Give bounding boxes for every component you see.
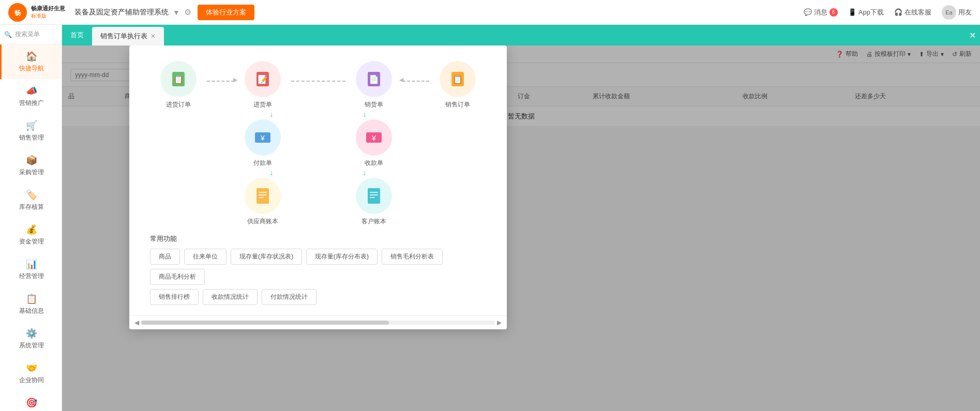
scroll-left-icon[interactable]: ◀ — [134, 319, 139, 326]
settings-icon[interactable]: ⚙ — [184, 7, 191, 17]
func-btn-contacts[interactable]: 往来单位 — [184, 249, 227, 265]
svg-text:📋: 📋 — [173, 74, 184, 84]
v-arrow-receipt: ↓ — [336, 168, 393, 178]
message-icon: 💬 — [804, 8, 812, 16]
operation-icon: 📊 — [26, 258, 37, 270]
tab-sales-exec[interactable]: 销售订单执行表 ✕ — [92, 27, 164, 45]
func-btn-stock-status[interactable]: 现存量(库存状况表) — [231, 249, 302, 265]
node-customer-ledger[interactable]: 客户账本 — [345, 178, 402, 226]
sidebar-item-newbie[interactable]: 🎯 新手引导 — [0, 391, 62, 411]
message-badge: 6 — [830, 8, 838, 17]
sidebar-item-finance[interactable]: 💰 资金管理 — [0, 218, 62, 252]
system-icon: ⚙️ — [26, 328, 37, 339]
spacer-middle — [291, 81, 345, 82]
node-payment[interactable]: ¥ 付款单 — [234, 119, 291, 168]
headset-icon: 🎧 — [894, 8, 902, 16]
svg-text:畅: 畅 — [14, 9, 21, 17]
svg-text:¥: ¥ — [260, 134, 265, 142]
service-label: 在线客服 — [904, 8, 931, 17]
modal-content: 📋 进货订单 📝 — [129, 45, 507, 315]
system-title-text: 装备及固定资产辅助管理系统 — [74, 8, 169, 17]
scroll-right-icon[interactable]: ▶ — [497, 319, 502, 326]
sidebar-item-purchase[interactable]: 📦 采购管理 — [0, 148, 62, 183]
top-header: 畅 畅康通好生意 标准版 装备及固定资产辅助管理系统 ▼ ⚙ 体验行业方案 💬 … — [0, 0, 980, 25]
dropdown-icon[interactable]: ▼ — [173, 8, 180, 17]
node-supplier-ledger[interactable]: 供应商账本 — [234, 178, 291, 226]
message-label: 消息 — [814, 8, 827, 17]
func-btn-payment-stats[interactable]: 付款情况统计 — [262, 289, 316, 305]
common-functions-title: 常用功能 — [150, 234, 486, 243]
svg-text:📋: 📋 — [453, 74, 463, 84]
sales-icon: 🛒 — [26, 120, 37, 131]
func-btn-product-profit[interactable]: 商品毛利分析 — [150, 269, 205, 285]
app-download-item[interactable]: 📱 App下载 — [848, 8, 884, 17]
page-content: ❓ 帮助 🖨 按模板打印 ▾ ⬆ 导出 ▾ ↺ 刷新 — [62, 45, 980, 411]
func-btn-sales-rank[interactable]: 销售排行榜 — [150, 289, 199, 305]
sidebar-item-label: 基础信息 — [19, 307, 44, 315]
message-item[interactable]: 💬 消息 6 — [804, 8, 838, 17]
scrollbar-track[interactable] — [141, 321, 495, 325]
func-grid-2: 销售排行榜 收款情况统计 付款情况统计 — [150, 289, 486, 305]
tab-close-icon[interactable]: ✕ — [150, 33, 156, 40]
svg-rect-20 — [370, 194, 378, 195]
marketing-icon: 📣 — [26, 85, 37, 97]
sales-bill-circle: 📄 — [356, 61, 392, 97]
sidebar-item-marketing[interactable]: 📣 营销推广 — [0, 79, 62, 114]
sidebar-item-system[interactable]: ⚙️ 系统管理 — [0, 322, 62, 356]
sidebar-item-operation[interactable]: 📊 经营管理 — [0, 252, 62, 287]
tab-bar-close-icon[interactable]: ✕ — [969, 31, 976, 40]
payment-label: 付款单 — [253, 159, 272, 168]
sidebar-item-label: 营销推广 — [19, 99, 44, 108]
flow-row-3: 供应商账本 — [150, 178, 486, 226]
supplier-ledger-circle — [245, 178, 281, 214]
func-btn-receipt-stats[interactable]: 收款情况统计 — [203, 289, 258, 305]
sidebar-item-quick-nav[interactable]: 🏠 快捷导航 — [0, 44, 62, 79]
sales-bill-label: 销货单 — [365, 100, 383, 109]
enterprise-icon: 🤝 — [26, 362, 37, 374]
basic-icon: 📋 — [26, 293, 37, 305]
svg-text:📄: 📄 — [369, 74, 379, 84]
modal-overlay: 📋 进货订单 📝 — [62, 45, 980, 411]
search-icon: 🔍 — [4, 31, 12, 38]
scrollbar-thumb — [141, 321, 389, 325]
func-grid: 商品 往来单位 现存量(库存状况表) 现存量(库存分布表) 销售毛利分析表 商品… — [150, 249, 486, 285]
sidebar-item-enterprise[interactable]: 🤝 企业协同 — [0, 356, 62, 391]
customer-ledger-circle — [356, 178, 392, 214]
func-btn-sales-profit[interactable]: 销售毛利分析表 — [382, 249, 443, 265]
sidebar-nav: 🏠 快捷导航 📣 营销推广 🛒 销售管理 📦 采购管理 🏷️ 库存核算 💰 — [0, 44, 62, 411]
tab-home[interactable]: 首页 — [62, 25, 92, 45]
node-sales-order[interactable]: 📋 销售订单 — [429, 61, 486, 109]
user-item[interactable]: Ea 用友 — [942, 5, 972, 20]
sidebar-item-sales[interactable]: 🛒 销售管理 — [0, 114, 62, 148]
node-sales-bill[interactable]: 📄 销货单 — [345, 61, 402, 109]
node-purchase-bill[interactable]: 📝 进货单 — [234, 61, 291, 109]
common-functions: 常用功能 商品 往来单位 现存量(库存状况表) 现存量(库存分布表) 销售毛利分… — [150, 234, 486, 305]
purchase-bill-circle: 📝 — [245, 61, 281, 97]
v-arrow-sales-bill: ↓ — [336, 109, 393, 119]
sales-order-circle: 📋 — [440, 61, 476, 97]
modal: 📋 进货订单 📝 — [129, 45, 507, 329]
svg-rect-18 — [368, 188, 380, 204]
search-menu[interactable]: 🔍 搜索菜单 — [0, 25, 62, 44]
func-btn-stock-dist[interactable]: 现存量(库存分布表) — [306, 249, 378, 265]
sidebar-item-label: 采购管理 — [19, 168, 44, 177]
user-label: 用友 — [958, 8, 972, 17]
node-purchase-order[interactable]: 📋 进货订单 — [150, 61, 207, 109]
tab-bar: 首页 销售订单执行表 ✕ ✕ — [62, 25, 980, 45]
inventory-icon: 🏷️ — [26, 189, 37, 201]
sidebar-item-label: 系统管理 — [19, 341, 44, 350]
node-receipt[interactable]: ¥ 收款单 — [345, 119, 402, 168]
finance-icon: 💰 — [26, 224, 37, 235]
sidebar-item-label: 快捷导航 — [19, 64, 44, 73]
customer-ledger-label: 客户账本 — [361, 217, 386, 226]
func-btn-product[interactable]: 商品 — [150, 249, 180, 265]
service-item[interactable]: 🎧 在线客服 — [894, 8, 931, 17]
logo-area: 畅 畅康通好生意 标准版 — [8, 3, 70, 22]
home-icon: 🏠 — [26, 51, 37, 62]
sidebar-item-inventory[interactable]: 🏷️ 库存核算 — [0, 183, 62, 218]
app-label: App下载 — [858, 8, 884, 17]
trial-button[interactable]: 体验行业方案 — [198, 5, 254, 20]
header-right: 💬 消息 6 📱 App下载 🎧 在线客服 Ea 用友 — [804, 5, 972, 20]
sidebar-item-basic[interactable]: 📋 基础信息 — [0, 287, 62, 322]
main-layout: 🔍 搜索菜单 🏠 快捷导航 📣 营销推广 🛒 销售管理 📦 采购管理 🏷️ — [0, 25, 980, 411]
